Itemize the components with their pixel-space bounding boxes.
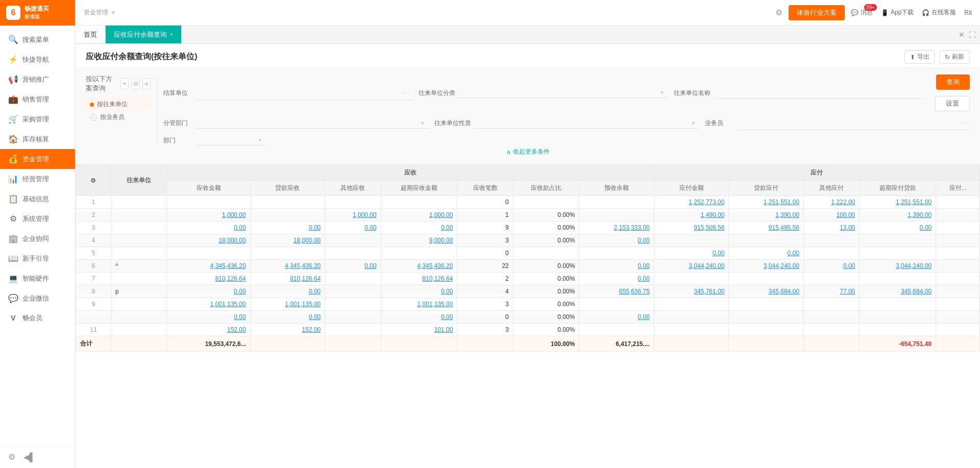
cell-link-overdue_ap[interactable]: 0.00 — [920, 224, 932, 231]
settings-icon[interactable]: ⚙ — [8, 452, 15, 462]
cell-link-ar_amount[interactable]: 18,000.00 — [218, 237, 246, 244]
cell-link-prepaid[interactable]: 0.00 — [638, 275, 650, 282]
cell-link-ap_amount[interactable]: 3,044,240.00 — [689, 262, 724, 269]
sidebar-item-operation[interactable]: 📊 经营管理 — [0, 169, 75, 189]
cell-link-overdue_ar[interactable]: 1,001,135.00 — [417, 301, 453, 308]
cell-link-ar_amount[interactable]: 0.00 — [234, 288, 246, 295]
sidebar-item-marketing[interactable]: 📢 营销推广 — [0, 69, 75, 89]
collapse-row[interactable]: ∧ 收起更多条件 — [86, 145, 970, 158]
tab-close-icon[interactable]: × — [170, 32, 173, 37]
salesman-input[interactable]: ··· — [739, 116, 970, 130]
dept-input[interactable]: ▼ — [197, 135, 265, 145]
cell-link-ap_amount[interactable]: 1,490.00 — [701, 211, 725, 218]
cell-link-ap_amount[interactable]: 915,508.56 — [694, 224, 724, 231]
cell-link-loan_ar[interactable]: 0.00 — [309, 288, 321, 295]
cell-link-ar_amount[interactable]: 152.00 — [227, 326, 246, 333]
tab-active[interactable]: 应收应付余额查询 × — [106, 26, 182, 43]
cell-link-prepaid[interactable]: 0.00 — [638, 262, 650, 269]
cell-link-prepaid[interactable]: 0.00 — [638, 237, 650, 244]
cell-link-overdue_ar[interactable]: 4,345,436.20 — [417, 262, 453, 269]
sidebar-item-enterprise[interactable]: 🏢 企业协同 — [0, 229, 75, 249]
cell-link-ap_amount[interactable]: 1,252,773.00 — [689, 199, 724, 206]
cell-link-overdue_ap[interactable]: 1,251,551.00 — [896, 199, 932, 206]
sidebar-item-quicknav[interactable]: ⚡ 快捷导航 — [0, 50, 75, 69]
cell-link-loan_ap[interactable]: 1,251,551.00 — [764, 199, 799, 206]
cell-link-ap_amount[interactable]: 0.00 — [713, 250, 724, 257]
sidebar-item-sales[interactable]: 💼 销售管理 — [0, 89, 75, 109]
sidebar-item-inventory[interactable]: 🏠 库存核算 — [0, 129, 75, 149]
cell-link-overdue_ap[interactable]: 345,684.00 — [901, 288, 932, 295]
cell-link-loan_ap[interactable]: 915,495.56 — [769, 224, 799, 231]
export-button[interactable]: ⬆ 导出 — [904, 50, 935, 64]
filter-collapse-btn[interactable]: « — [142, 78, 151, 89]
cell-link-loan_ap[interactable]: 0.00 — [788, 250, 799, 257]
cell-link-overdue_ar[interactable]: 810,126.64 — [422, 275, 453, 282]
filter-settings-btn[interactable]: ⊙ — [132, 78, 140, 89]
sidebar-item-member[interactable]: V 畅会员 — [0, 308, 75, 328]
cell-link-overdue_ar[interactable]: 101.00 — [434, 326, 453, 333]
refresh-button[interactable]: ↻ 刷新 — [939, 50, 970, 64]
sidebar-item-search[interactable]: 🔍 搜索菜单 — [0, 30, 75, 50]
wanglai-nature-input[interactable]: ▼ — [474, 118, 699, 129]
cell-link-loan_ar[interactable]: 152.00 — [302, 326, 321, 333]
cell-link-overdue_ar[interactable]: 0.00 — [441, 224, 453, 231]
cell-link-other_ap[interactable]: 13.00 — [840, 224, 855, 231]
cell-link-other_ap[interactable]: 77.00 — [840, 288, 855, 295]
cell-link-other_ap[interactable]: 1,222.00 — [831, 199, 855, 206]
scheme-by-partner[interactable]: 按往来单位 — [86, 98, 151, 111]
cell-link-loan_ar[interactable]: 810,126.64 — [290, 275, 321, 282]
cell-link-prepaid[interactable]: 655,636.75 — [619, 288, 650, 295]
wanglai-name-input[interactable] — [714, 87, 923, 99]
filter-add-btn[interactable]: + — [120, 78, 129, 89]
jiesuan-dots[interactable]: ··· — [401, 88, 409, 97]
jiesuan-input[interactable]: ··· — [197, 86, 412, 100]
cell-link-ar_amount[interactable]: 0.00 — [234, 224, 246, 231]
cell-link-other_ap[interactable]: 0.00 — [843, 262, 855, 269]
cell-link-ar_amount[interactable]: 1,001,135.00 — [210, 301, 246, 308]
cell-link-ap_amount[interactable]: 345,761.00 — [694, 288, 724, 295]
cell-link-overdue_ar[interactable]: 1,000.00 — [429, 211, 453, 218]
cell-link-loan_ap[interactable]: 345,684.00 — [769, 288, 799, 295]
app-download-button[interactable]: 📱 App下载 — [881, 8, 914, 17]
sidebar-item-purchase[interactable]: 🛒 采购管理 — [0, 109, 75, 129]
cell-link-ar_amount[interactable]: 1,000.00 — [222, 211, 246, 218]
tab-maximize-icon[interactable]: ⛶ — [969, 31, 976, 39]
cell-link-loan_ap[interactable]: 3,044,240.00 — [764, 262, 799, 269]
topbar-gear-icon[interactable]: ⚙ — [775, 8, 782, 17]
cell-link-prepaid[interactable]: 0.00 — [638, 313, 650, 321]
user-name[interactable]: Rit — [964, 9, 972, 16]
sidebar-item-wechat[interactable]: 💬 企业微信 — [0, 288, 75, 308]
cell-link-ar_amount[interactable]: 0.00 — [234, 313, 246, 321]
cell-link-prepaid[interactable]: 2,153,333.00 — [614, 224, 650, 231]
cell-link-overdue_ap[interactable]: 3,044,240.00 — [896, 262, 932, 269]
fenguan-input[interactable]: ▼ — [197, 118, 428, 129]
cell-link-loan_ar[interactable]: 0.00 — [309, 313, 321, 321]
cell-link-loan_ar[interactable]: 0.00 — [309, 224, 321, 231]
cell-link-overdue_ar[interactable]: 0.00 — [441, 288, 453, 295]
set-button[interactable]: 设置 — [935, 96, 970, 111]
cell-link-loan_ar[interactable]: 4,345,436.20 — [285, 262, 321, 269]
cell-link-loan_ap[interactable]: 1,390.00 — [775, 211, 799, 218]
sidebar-item-hardware[interactable]: 💻 智能硬件 — [0, 268, 75, 288]
cell-link-loan_ar[interactable]: 18,000.00 — [293, 237, 321, 244]
query-button[interactable]: 查询 — [936, 75, 970, 90]
collapse-icon[interactable]: ◀▌ — [23, 452, 35, 462]
col-gear[interactable]: ⚙ — [76, 165, 111, 196]
sidebar-item-finance[interactable]: 💰 资金管理 — [0, 149, 75, 169]
online-service-button[interactable]: 🎧 在线客服 — [922, 8, 956, 17]
messages-button[interactable]: 💬 消息 99+ — [851, 8, 873, 17]
cell-link-other_ap[interactable]: 100.00 — [837, 211, 855, 218]
cell-link-other_ar[interactable]: 0.00 — [364, 262, 376, 269]
salesman-dots[interactable]: ··· — [958, 118, 967, 128]
tab-close-window-icon[interactable]: ✕ — [959, 31, 965, 39]
cell-link-ar_amount[interactable]: 810,126.64 — [215, 275, 246, 282]
cell-link-overdue_ar[interactable]: 9,000.00 — [429, 237, 453, 244]
cell-link-ar_amount[interactable]: 4,345,436.20 — [210, 262, 246, 269]
sidebar-item-guide[interactable]: 📖 新手引导 — [0, 249, 75, 268]
cell-link-other_ar[interactable]: 1,000.00 — [353, 211, 377, 218]
cell-link-other_ar[interactable]: 0.00 — [364, 224, 376, 231]
cell-link-loan_ar[interactable]: 1,001,135.00 — [285, 301, 321, 308]
sidebar-item-basic[interactable]: 📋 基础信息 — [0, 189, 75, 209]
wanglai-classify-input[interactable]: ▼ — [458, 88, 668, 98]
promo-button[interactable]: 体验行业方案 — [789, 5, 845, 20]
